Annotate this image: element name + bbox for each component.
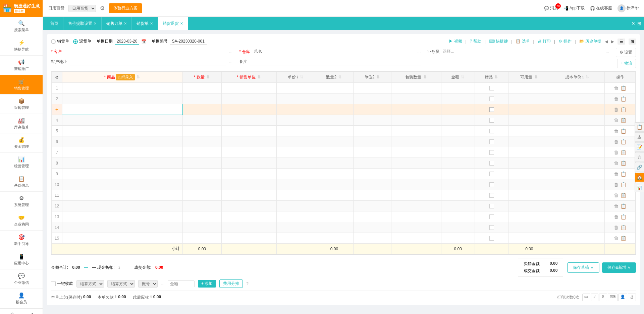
- gift-cell-1[interactable]: [475, 83, 508, 93]
- print-btn[interactable]: 🖨 打印: [538, 39, 551, 44]
- gift-checkbox-4[interactable]: [489, 118, 494, 123]
- delete-row-8-icon[interactable]: 🗑: [614, 161, 619, 166]
- gift-checkbox-7[interactable]: [489, 150, 494, 155]
- customer-dots-btn[interactable]: ...: [229, 49, 232, 54]
- sidebar-item-guide[interactable]: 🎯 新手引导: [0, 231, 43, 250]
- radio-sale-goods[interactable]: 销货单: [51, 39, 69, 44]
- copy-row-7-icon[interactable]: 📋: [621, 150, 626, 155]
- copy-row-13-icon[interactable]: 📋: [621, 214, 626, 219]
- gift-checkbox-9[interactable]: [489, 172, 494, 176]
- save-new-button[interactable]: 保存&新增 ∧: [602, 262, 636, 273]
- add-payment-button[interactable]: + 添加: [198, 280, 216, 288]
- float-btn-3[interactable]: 📝: [635, 142, 644, 152]
- user-avatar[interactable]: 👤 徐泽华: [618, 4, 639, 12]
- pkg-qty-cell-3[interactable]: [391, 104, 441, 115]
- radio-return[interactable]: 退货单: [73, 39, 91, 44]
- amount-cell-2[interactable]: [441, 93, 475, 104]
- next-doc-icon[interactable]: ▶: [611, 39, 614, 44]
- pkg-qty-cell-1[interactable]: [391, 83, 441, 93]
- copy-row-5-icon[interactable]: 📋: [621, 128, 626, 134]
- sidebar-item-basics[interactable]: 📋 基础信息: [0, 172, 43, 192]
- sidebar-item-apps[interactable]: 📱 应用中心: [0, 250, 43, 269]
- sale-unit-cell-3[interactable]: [222, 104, 277, 115]
- copy-row-11-icon[interactable]: 📋: [621, 193, 626, 198]
- delete-row-2-icon[interactable]: 🗑: [614, 96, 619, 102]
- online-service-btn[interactable]: 🎧 在线客服: [590, 5, 612, 11]
- cost-cell-2[interactable]: [550, 93, 605, 104]
- view-list-icon[interactable]: ☰: [618, 39, 625, 45]
- goods-cell-3[interactable]: [62, 104, 183, 115]
- tab-close-sale-price[interactable]: ✕: [94, 21, 97, 26]
- copy-row-12-icon[interactable]: 📋: [621, 203, 626, 209]
- amount-cell-1[interactable]: [441, 83, 475, 93]
- salesperson-dots-btn[interactable]: ...: [606, 49, 609, 54]
- gift-checkbox-6[interactable]: [489, 139, 494, 144]
- toolbar-icon-2[interactable]: ✓: [591, 294, 598, 301]
- settlement-select[interactable]: 结算方式: [76, 280, 104, 288]
- avail-cell-3[interactable]: [508, 104, 550, 115]
- copy-row-1-icon[interactable]: 📋: [621, 85, 626, 91]
- copy-row-2-icon[interactable]: 📋: [621, 96, 626, 102]
- gift-checkbox-14[interactable]: [489, 225, 494, 230]
- float-btn-6[interactable]: 🏠: [635, 173, 644, 182]
- amount-cell-3[interactable]: [441, 104, 475, 115]
- delete-row-15-icon[interactable]: 🗑: [614, 236, 619, 241]
- toolbar-icon-4[interactable]: ⌨: [608, 294, 618, 301]
- avail-cell-1[interactable]: [508, 83, 550, 93]
- price-cell-3[interactable]: [277, 104, 315, 115]
- gift-cell-2[interactable]: [475, 93, 508, 104]
- sidebar-item-system[interactable]: ⚙ 系统管理: [0, 192, 43, 211]
- tab-home[interactable]: 首页: [46, 17, 63, 30]
- delete-row-7-icon[interactable]: 🗑: [614, 150, 619, 155]
- unit-price-info-icon[interactable]: ℹ: [297, 75, 298, 79]
- sale-unit-cell-1[interactable]: [222, 83, 277, 93]
- logistics-button[interactable]: + 物流: [617, 59, 636, 68]
- th-gear[interactable]: ⚙: [52, 72, 62, 83]
- delete-row-12-icon[interactable]: 🗑: [614, 203, 619, 209]
- float-btn-5[interactable]: 🔗: [635, 163, 644, 172]
- goods-col-sort[interactable]: ⇅: [137, 75, 140, 79]
- add-row-icon[interactable]: +: [55, 107, 58, 112]
- cost-price-info-icon[interactable]: ℹ: [582, 75, 584, 79]
- tab-close-sale-order[interactable]: ✕: [124, 21, 127, 26]
- pkg-qty-col-sort[interactable]: ⇅: [423, 75, 427, 79]
- gift-checkbox-3[interactable]: [489, 107, 494, 112]
- warehouse-input[interactable]: [266, 48, 415, 55]
- float-btn-7[interactable]: 📊: [635, 183, 644, 192]
- gift-checkbox-11[interactable]: [489, 193, 494, 198]
- unit2-col-sort[interactable]: ⇅: [376, 75, 380, 79]
- header-gear-icon[interactable]: ⚙: [100, 5, 105, 11]
- sidebar-item-marketing[interactable]: 📢 营销推广: [0, 56, 43, 75]
- fee-split-button[interactable]: 费用分摊: [219, 279, 243, 288]
- tab-expand-icon[interactable]: ⊞: [637, 21, 641, 26]
- unit-price-col-sort[interactable]: ⇅: [300, 75, 303, 79]
- qty-col-sort[interactable]: ⇅: [206, 75, 210, 79]
- cash-discount-info-icon[interactable]: ℹ: [118, 265, 120, 270]
- cost-cell-1[interactable]: [550, 83, 605, 93]
- qty2-cell-1[interactable]: [315, 83, 354, 93]
- gift-checkbox-2[interactable]: [489, 97, 494, 101]
- copy-row-3-icon[interactable]: 📋: [621, 107, 626, 112]
- account-dots[interactable]: ...: [161, 281, 164, 286]
- delete-row-9-icon[interactable]: 🗑: [614, 171, 619, 177]
- select-btn[interactable]: 📋 选单: [516, 39, 530, 44]
- help-btn[interactable]: ? 帮助: [470, 39, 481, 44]
- delete-row-14-icon[interactable]: 🗑: [614, 225, 619, 230]
- goods-cell-2[interactable]: [62, 93, 183, 104]
- sidebar-item-operations[interactable]: 📊 经营管理: [0, 153, 43, 172]
- status-3-info-icon[interactable]: ℹ: [150, 295, 152, 300]
- pkg-qty-cell-2[interactable]: [391, 93, 441, 104]
- tab-sale-return[interactable]: 销货退货 ✕: [158, 17, 188, 30]
- delete-row-6-icon[interactable]: 🗑: [614, 139, 619, 144]
- salesperson-input[interactable]: 选择...: [442, 48, 603, 55]
- payment-amount-input[interactable]: [168, 280, 195, 287]
- sidebar-item-inventory[interactable]: 🏭 库存核算: [0, 114, 43, 133]
- message-btn[interactable]: 💬 消息 70: [544, 5, 558, 11]
- shortcut-btn[interactable]: ⌨ 快捷键: [489, 39, 508, 44]
- price-cell-2[interactable]: [277, 93, 315, 104]
- gift-checkbox-8[interactable]: [489, 161, 494, 166]
- address-dots-btn[interactable]: ...: [229, 59, 232, 64]
- warehouse-dots-btn[interactable]: ...: [417, 49, 421, 54]
- sidebar-item-enterprise[interactable]: 🤝 企业协同: [0, 211, 43, 231]
- delete-row-10-icon[interactable]: 🗑: [614, 182, 619, 187]
